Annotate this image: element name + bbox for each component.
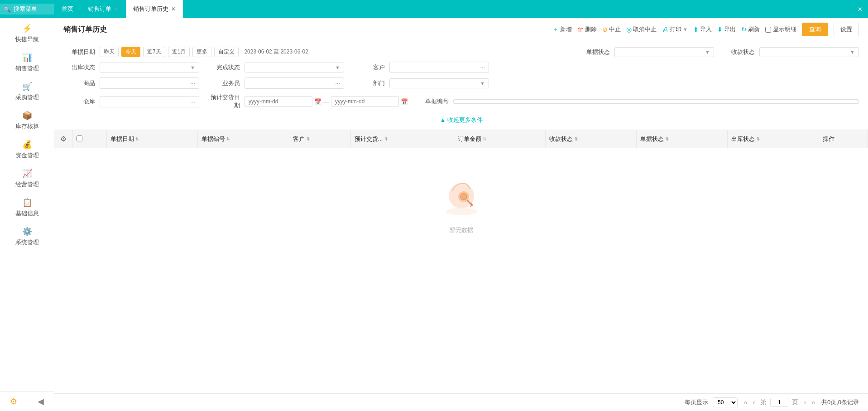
sidebar-item-finance[interactable]: 💰 资金管理 xyxy=(0,134,54,163)
setting-button[interactable]: 设置 xyxy=(834,23,859,36)
export-button[interactable]: ⬇ 导出 xyxy=(717,25,736,34)
sidebar-item-operations[interactable]: 📈 经营管理 xyxy=(0,163,54,192)
th-bill-number-label: 单据编号 xyxy=(201,135,225,143)
th-customer[interactable]: 客户 ⇅ xyxy=(289,130,350,148)
bill-number-input[interactable] xyxy=(453,99,859,104)
sidebar-item-quicknav[interactable]: ⚡ 快捷导航 xyxy=(0,18,54,47)
show-detail-label: 显示明细 xyxy=(773,25,796,34)
page-title: 销售订单历史 xyxy=(63,25,552,34)
svg-point-0 xyxy=(446,208,477,215)
calendar-start-icon[interactable]: 📅 xyxy=(314,98,321,105)
date-btn-today[interactable]: 今天 xyxy=(121,47,140,57)
complete-status-select[interactable]: ▼ xyxy=(245,63,344,73)
salesperson-input[interactable]: ··· xyxy=(245,77,344,89)
first-page-btn[interactable]: « xyxy=(742,398,749,407)
date-label: 单据日期 xyxy=(63,48,100,56)
salesperson-ellipsis: ··· xyxy=(335,80,340,87)
product-label: 商品 xyxy=(63,79,100,87)
main-layout: ⚡ 快捷导航 📊 销售管理 🛒 采购管理 📦 库存核算 💰 资金管理 📈 经营管… xyxy=(0,18,868,411)
complete-status-label: 完成状态 xyxy=(208,63,245,72)
finance-icon: 💰 xyxy=(22,140,32,150)
search-bar[interactable]: 🔍 搜索菜单 xyxy=(0,4,54,15)
tab-sales-order-history-close[interactable]: ✕ xyxy=(171,6,176,12)
bill-number-label: 单据编号 xyxy=(417,97,453,106)
th-delivery-date-label: 预计交货... xyxy=(355,135,383,143)
th-bill-status[interactable]: 单据状态 ⇅ xyxy=(637,130,728,148)
svg-point-3 xyxy=(460,193,467,200)
export-icon: ⬇ xyxy=(717,26,723,33)
sidebar-item-system[interactable]: ⚙️ 系统管理 xyxy=(0,221,54,250)
customer-label: 客户 xyxy=(353,63,389,72)
add-button[interactable]: ＋ 新增 xyxy=(552,25,572,34)
stock-status-select[interactable]: ▼ xyxy=(100,63,199,73)
delete-label: 删除 xyxy=(585,25,597,34)
cancel-stop-button[interactable]: ◎ 取消中止 xyxy=(626,25,657,34)
last-page-btn[interactable]: » xyxy=(810,398,817,407)
print-button[interactable]: 🖨 打印 ▼ xyxy=(662,25,688,34)
warehouse-input[interactable]: ··· xyxy=(100,96,199,107)
th-payment-status[interactable]: 收款状态 ⇅ xyxy=(545,130,636,148)
stop-button[interactable]: ⊘ 中止 xyxy=(602,25,621,34)
payment-status-select[interactable]: ▼ xyxy=(759,47,859,57)
tab-home[interactable]: 首页 xyxy=(54,0,81,18)
th-checkbox xyxy=(72,130,107,148)
table-header-row: ⚙ 单据日期 ⇅ 单据编号 xyxy=(54,130,868,148)
empty-illustration xyxy=(439,175,484,221)
th-payment-status-label: 收款状态 xyxy=(549,135,573,143)
page-label-pre: 第 xyxy=(758,397,768,407)
product-ellipsis: ··· xyxy=(190,80,195,87)
th-delivery-date[interactable]: 预计交货... ⇅ xyxy=(350,130,454,148)
delete-button[interactable]: 🗑 删除 xyxy=(577,25,597,34)
sidebar-settings-icon[interactable]: ⚙ xyxy=(10,396,17,406)
prev-page-btn[interactable]: ‹ xyxy=(751,398,757,407)
page-input[interactable] xyxy=(770,398,788,407)
next-page-btn[interactable]: › xyxy=(802,398,808,407)
tab-sales-order-history[interactable]: 销售订单历史 ✕ xyxy=(126,0,183,18)
sidebar-item-inventory[interactable]: 📦 库存核算 xyxy=(0,105,54,134)
date-btn-more[interactable]: 更多 xyxy=(192,47,211,57)
sidebar-item-purchase-label: 采购管理 xyxy=(15,93,39,102)
calendar-end-icon[interactable]: 📅 xyxy=(401,98,408,105)
delivery-start-input[interactable] xyxy=(245,96,312,107)
date-btn-1month[interactable]: 近1月 xyxy=(168,47,190,57)
select-all-checkbox[interactable] xyxy=(77,135,82,141)
table-settings-icon[interactable]: ⚙ xyxy=(60,135,67,143)
table-container: ⚙ 单据日期 ⇅ 单据编号 xyxy=(54,130,868,393)
show-detail-input[interactable] xyxy=(765,27,771,33)
delivery-end-input[interactable] xyxy=(331,96,399,107)
sidebar-item-quicknav-label: 快捷导航 xyxy=(15,35,39,44)
th-order-amount[interactable]: 订单金额 ⇅ xyxy=(454,130,545,148)
tab-sales-order[interactable]: 销售订单 ✕ xyxy=(81,0,126,18)
bill-status-select[interactable]: ▼ xyxy=(614,47,714,57)
tab-home-label: 首页 xyxy=(62,5,73,13)
th-bill-number[interactable]: 单据编号 ⇅ xyxy=(198,130,289,148)
collapse-label: 收起更多条件 xyxy=(447,116,483,123)
sidebar-item-basic[interactable]: 📋 基础信息 xyxy=(0,192,54,221)
sidebar-item-sales[interactable]: 📊 销售管理 xyxy=(0,47,54,76)
date-btn-custom[interactable]: 自定义 xyxy=(214,47,239,57)
th-bill-date[interactable]: 单据日期 ⇅ xyxy=(107,130,198,148)
sidebar-item-purchase[interactable]: 🛒 采购管理 xyxy=(0,76,54,105)
page-size-select[interactable]: 50 10 20 100 xyxy=(713,397,738,407)
import-button[interactable]: ⬆ 导入 xyxy=(693,25,712,34)
topbar-close-icon[interactable]: ✕ xyxy=(858,6,863,13)
collapse-row[interactable]: ▲ 收起更多条件 xyxy=(63,114,859,124)
print-icon: 🖨 xyxy=(662,26,668,33)
sidebar-collapse-icon[interactable]: ◀ xyxy=(38,396,44,406)
print-label: 打印 xyxy=(670,25,681,34)
product-input[interactable]: ··· xyxy=(100,77,199,89)
tab-sales-order-close[interactable]: ✕ xyxy=(114,6,119,12)
sidebar-item-system-label: 系统管理 xyxy=(15,238,39,247)
sidebar-item-basic-label: 基础信息 xyxy=(15,209,39,218)
th-stock-status[interactable]: 出库状态 ⇅ xyxy=(728,130,819,148)
filter-row-3: 商品 ··· 业务员 ··· 部门 ▼ xyxy=(63,77,859,89)
show-detail-checkbox[interactable]: 显示明细 xyxy=(765,25,796,34)
query-button[interactable]: 查询 xyxy=(802,23,828,36)
customer-input[interactable]: ··· xyxy=(389,62,489,73)
refresh-button[interactable]: ↻ 刷新 xyxy=(741,25,760,34)
dept-arrow: ▼ xyxy=(480,81,485,86)
date-btn-yesterday[interactable]: 昨天 xyxy=(100,47,119,57)
date-btn-7days[interactable]: 近7天 xyxy=(143,47,165,57)
tab-sales-order-history-label: 销售订单历史 xyxy=(133,5,168,13)
dept-select[interactable]: ▼ xyxy=(389,78,489,88)
